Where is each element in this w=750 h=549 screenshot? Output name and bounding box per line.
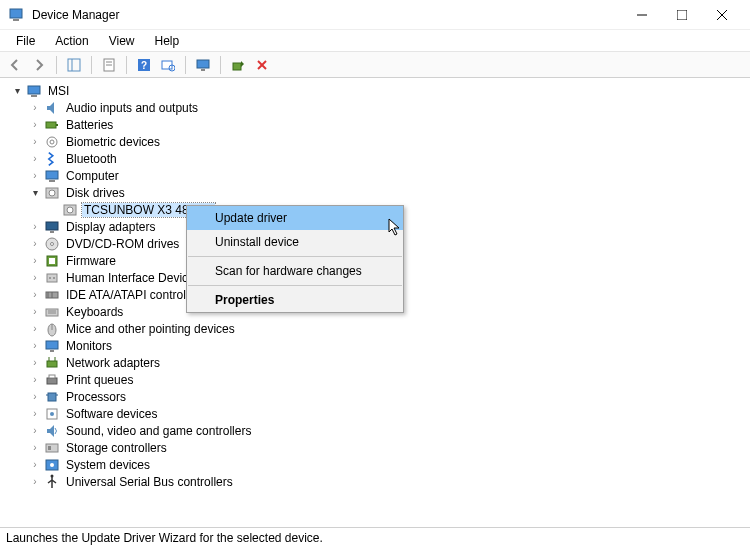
context-menu: Update driverUninstall deviceScan for ha…: [186, 205, 404, 313]
tree-category-label: Software devices: [64, 407, 159, 421]
back-button[interactable]: [4, 54, 26, 76]
svg-point-25: [47, 137, 57, 147]
tree-category[interactable]: ›Computer: [28, 167, 750, 184]
chevron-right-icon[interactable]: ›: [28, 135, 42, 149]
monitor-button[interactable]: [192, 54, 214, 76]
minimize-button[interactable]: [622, 1, 662, 29]
svg-marker-22: [47, 102, 54, 114]
close-button[interactable]: [702, 1, 742, 29]
tree-category[interactable]: ›Processors: [28, 388, 750, 405]
chevron-down-icon[interactable]: ▾: [10, 84, 24, 98]
chevron-right-icon[interactable]: ›: [28, 407, 42, 421]
tree-category[interactable]: ›Network adapters: [28, 354, 750, 371]
svg-point-26: [50, 140, 54, 144]
tree-category[interactable]: ›Universal Serial Bus controllers: [28, 473, 750, 490]
menu-action[interactable]: Action: [45, 32, 98, 50]
chevron-right-icon[interactable]: ›: [28, 475, 42, 489]
scan-hardware-button[interactable]: [157, 54, 179, 76]
chevron-right-icon[interactable]: ›: [28, 305, 42, 319]
tree-category[interactable]: ›Audio inputs and outputs: [28, 99, 750, 116]
svg-point-40: [49, 277, 51, 279]
tree-category[interactable]: ›Storage controllers: [28, 439, 750, 456]
menu-view[interactable]: View: [99, 32, 145, 50]
window-title: Device Manager: [32, 8, 622, 22]
svg-point-67: [51, 474, 54, 477]
help-button[interactable]: ?: [133, 54, 155, 76]
chevron-right-icon[interactable]: ›: [28, 322, 42, 336]
svg-rect-51: [50, 350, 54, 352]
svg-point-41: [53, 277, 55, 279]
context-menu-item[interactable]: Update driver: [187, 206, 403, 230]
menu-bar: File Action View Help: [0, 30, 750, 52]
tree-category[interactable]: ›Biometric devices: [28, 133, 750, 150]
chevron-right-icon[interactable]: ›: [28, 458, 42, 472]
tree-category-label: Batteries: [64, 118, 115, 132]
svg-rect-57: [48, 393, 56, 401]
tree-category-label: Firmware: [64, 254, 118, 268]
tree-category-label: Processors: [64, 390, 128, 404]
svg-rect-39: [47, 274, 57, 282]
tree-category[interactable]: ›Sound, video and game controllers: [28, 422, 750, 439]
tree-category-label: Print queues: [64, 373, 135, 387]
tree-category-label: Sound, video and game controllers: [64, 424, 253, 438]
chevron-right-icon[interactable]: ›: [28, 373, 42, 387]
chevron-right-icon[interactable]: ›: [28, 390, 42, 404]
tree-category[interactable]: ›Batteries: [28, 116, 750, 133]
tree-category-label: Human Interface Devices: [64, 271, 203, 285]
firmware-icon: [44, 253, 60, 269]
tree-category[interactable]: ›Software devices: [28, 405, 750, 422]
svg-rect-16: [201, 69, 205, 71]
tree-root-label: MSI: [46, 84, 71, 98]
tree-category[interactable]: ›Bluetooth: [28, 150, 750, 167]
maximize-button[interactable]: [662, 1, 702, 29]
chevron-down-icon[interactable]: ▾: [28, 186, 42, 200]
chevron-right-icon[interactable]: ›: [28, 288, 42, 302]
disk-icon: [44, 185, 60, 201]
tree-category[interactable]: ▾Disk drives: [28, 184, 750, 201]
chevron-right-icon[interactable]: ›: [28, 441, 42, 455]
tree-category[interactable]: ›Mice and other pointing devices: [28, 320, 750, 337]
printer-icon: [44, 372, 60, 388]
tree-root-node[interactable]: ▾MSI: [10, 82, 750, 99]
chevron-right-icon[interactable]: ›: [28, 254, 42, 268]
tree-category[interactable]: ›System devices: [28, 456, 750, 473]
fingerprint-icon: [44, 134, 60, 150]
uninstall-button[interactable]: [251, 54, 273, 76]
dvd-icon: [44, 236, 60, 252]
svg-rect-50: [46, 341, 58, 349]
chevron-right-icon[interactable]: ›: [28, 339, 42, 353]
chevron-right-icon[interactable]: ›: [28, 152, 42, 166]
tree-category-label: System devices: [64, 458, 152, 472]
tree-category[interactable]: ›Print queues: [28, 371, 750, 388]
storage-icon: [44, 440, 60, 456]
tree-category-label: Storage controllers: [64, 441, 169, 455]
svg-point-61: [50, 412, 54, 416]
chevron-right-icon[interactable]: ›: [28, 169, 42, 183]
tree-category-label: Display adapters: [64, 220, 157, 234]
context-menu-item[interactable]: Scan for hardware changes: [187, 259, 403, 283]
menu-help[interactable]: Help: [145, 32, 190, 50]
svg-rect-23: [46, 122, 56, 128]
chevron-right-icon[interactable]: ›: [28, 220, 42, 234]
chevron-right-icon[interactable]: ›: [28, 237, 42, 251]
tree-category[interactable]: ›Monitors: [28, 337, 750, 354]
speaker-icon: [44, 100, 60, 116]
svg-rect-52: [47, 361, 57, 367]
svg-rect-34: [50, 231, 54, 233]
ide-icon: [44, 287, 60, 303]
chevron-right-icon[interactable]: ›: [28, 424, 42, 438]
chevron-right-icon[interactable]: ›: [28, 118, 42, 132]
tree-category-label: Computer: [64, 169, 121, 183]
show-hide-console-tree-button[interactable]: [63, 54, 85, 76]
forward-button[interactable]: [28, 54, 50, 76]
add-legacy-hardware-button[interactable]: [227, 54, 249, 76]
context-menu-item[interactable]: Uninstall device: [187, 230, 403, 254]
tree-category-label: Biometric devices: [64, 135, 162, 149]
context-menu-item[interactable]: Properties: [187, 288, 403, 312]
device-tree[interactable]: ▾MSI›Audio inputs and outputs›Batteries›…: [0, 78, 750, 520]
chevron-right-icon[interactable]: ›: [28, 271, 42, 285]
menu-file[interactable]: File: [6, 32, 45, 50]
chevron-right-icon[interactable]: ›: [28, 101, 42, 115]
properties-button[interactable]: [98, 54, 120, 76]
chevron-right-icon[interactable]: ›: [28, 356, 42, 370]
